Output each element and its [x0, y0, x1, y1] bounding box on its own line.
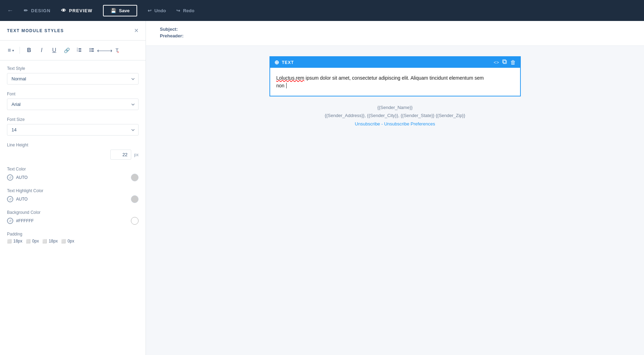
email-canvas: ⊕ TEXT <> 🗑 [146, 46, 644, 138]
padding-label: Padding [7, 232, 139, 237]
back-button[interactable]: ← [7, 7, 13, 14]
svg-point-11 [90, 51, 91, 52]
preview-label: PREVIEW [69, 8, 92, 13]
close-icon[interactable]: ✕ [134, 27, 139, 34]
svg-rect-8 [91, 51, 94, 52]
line-height-unit: px [134, 152, 139, 157]
bold-icon: B [27, 47, 31, 53]
link-button[interactable]: 🔗 [61, 45, 72, 56]
paragraph-dropdown-button[interactable]: ≡ ▾ [6, 45, 16, 56]
text-highlight-label: Text Highlight Color [7, 188, 139, 193]
redo-label: Redo [183, 8, 194, 13]
text-style-select[interactable]: Normal Heading 1 Heading 2 Heading 3 [7, 73, 139, 85]
svg-rect-7 [91, 50, 94, 50]
background-color-reset[interactable]: ↺ [7, 218, 13, 224]
padding-bottom-value: 18px [49, 239, 58, 244]
save-button[interactable]: 💾 Save [103, 5, 137, 16]
module-label: TEXT [282, 60, 294, 65]
text-color-value: AUTO [16, 175, 128, 180]
design-icon: ✏ [24, 8, 28, 13]
preheader-row: Preheader: [160, 33, 630, 38]
svg-point-9 [90, 48, 91, 49]
clear-format-button[interactable]: T✕ [111, 45, 123, 56]
paragraph-icon: ≡ [8, 47, 11, 53]
right-content: Subject: Preheader: ⊕ TEXT <> [146, 21, 644, 355]
subject-label: Subject: [160, 27, 178, 32]
undo-button[interactable]: ↩ Undo [148, 8, 166, 13]
unsubscribe-separator: - [380, 121, 384, 126]
svg-rect-1 [79, 50, 81, 50]
padding-row: ⬜ 18px ⬜ 0px ⬜ 18px ⬜ 0px [7, 239, 139, 244]
bold-button[interactable]: B [23, 45, 35, 56]
text-style-label: Text Style [7, 66, 139, 71]
text-color-reset[interactable]: ↺ [7, 174, 13, 181]
design-nav-item[interactable]: ✏ DESIGN [24, 8, 51, 13]
font-select[interactable]: Arial Georgia Times New Roman Verdana [7, 99, 139, 110]
delete-module-icon[interactable]: 🗑 [510, 59, 516, 66]
padding-bottom-icon: ⬜ [42, 239, 47, 244]
font-size-select[interactable]: 10 12 14 16 18 24 [7, 124, 139, 136]
underline-button[interactable]: U [49, 45, 60, 56]
sender-name: {{Sender_Name}} [325, 103, 465, 111]
email-footer: {{Sender_Name}} {{Sender_Address}}, {{Se… [325, 103, 465, 128]
padding-top-value: 18px [13, 239, 22, 244]
padding-bottom-item: ⬜ 18px [42, 239, 58, 244]
move-icon[interactable]: ⊕ [274, 59, 279, 66]
line-height-group: Line Height px [7, 143, 139, 160]
text-highlight-reset[interactable]: ↺ [7, 196, 13, 202]
svg-point-10 [90, 49, 91, 50]
unordered-list-icon [89, 48, 94, 53]
text-color-group: Text Color ↺ AUTO [7, 167, 139, 181]
code-icon[interactable]: <> [494, 60, 499, 65]
svg-rect-6 [91, 48, 94, 49]
preheader-label: Preheader: [160, 33, 184, 38]
unordered-list-button[interactable] [86, 45, 97, 56]
undo-icon: ↩ [148, 8, 151, 13]
left-panel: TEXT MODULE STYLES ✕ ≡ ▾ B I U 🔗 [0, 21, 146, 355]
unsubscribe-links: Unsubscribe - Unsubscribe Preferences [325, 120, 465, 128]
text-style-group: Text Style Normal Heading 1 Heading 2 He… [7, 66, 139, 85]
formatting-toolbar: ≡ ▾ B I U 🔗 [0, 41, 146, 60]
module-text-line1: Loluctus.rem ipsum dolor sit amet, conse… [276, 75, 484, 81]
top-nav: ← ✏ DESIGN 👁 PREVIEW 💾 Save ↩ Undo ↪ Red… [0, 0, 644, 21]
unsubscribe-prefs-link[interactable]: Unsubscribe Preferences [384, 121, 435, 126]
main-layout: TEXT MODULE STYLES ✕ ≡ ▾ B I U 🔗 [0, 21, 644, 355]
svg-text:3: 3 [77, 50, 78, 52]
module-content[interactable]: Loluctus.rem ipsum dolor sit amet, conse… [270, 68, 520, 96]
subject-row: Subject: [160, 27, 630, 32]
panel-title: TEXT MODULE STYLES [7, 28, 64, 33]
padding-right-item: ⬜ 0px [26, 239, 39, 244]
back-icon: ← [7, 7, 13, 14]
indent-button[interactable]: ⟵⟶ [99, 45, 110, 56]
background-color-group: Background Color ↺ #FFFFFF [7, 210, 139, 225]
svg-rect-0 [79, 48, 81, 49]
text-highlight-value: AUTO [16, 197, 128, 202]
module-header-actions: <> 🗑 [494, 59, 516, 66]
background-color-swatch[interactable] [131, 217, 139, 225]
text-highlight-swatch[interactable] [131, 195, 139, 203]
padding-top-item: ⬜ 18px [7, 239, 22, 244]
padding-right-icon: ⬜ [26, 239, 31, 244]
toolbar-divider-1 [20, 47, 20, 54]
sender-address: {{Sender_Address}}, {{Sender_City}}, {{S… [325, 111, 465, 119]
indent-icon: ⟵⟶ [97, 47, 112, 54]
preview-nav-item[interactable]: 👁 PREVIEW [61, 8, 92, 13]
text-highlight-control: ↺ AUTO [7, 195, 139, 203]
text-color-swatch[interactable] [131, 174, 139, 181]
ordered-list-icon: 1 2 3 [77, 48, 82, 53]
italic-button[interactable]: I [36, 45, 47, 56]
line-height-row: px [7, 150, 139, 160]
preview-icon: 👁 [61, 8, 66, 13]
padding-right-value: 0px [32, 239, 39, 244]
background-color-value: #FFFFFF [16, 218, 128, 223]
ordered-list-button[interactable]: 1 2 3 [74, 45, 85, 56]
text-highlight-group: Text Highlight Color ↺ AUTO [7, 188, 139, 203]
redo-button[interactable]: ↪ Redo [176, 8, 194, 13]
unsubscribe-link[interactable]: Unsubscribe [355, 121, 380, 126]
paragraph-chevron: ▾ [12, 49, 14, 52]
text-color-label: Text Color [7, 167, 139, 172]
font-size-label: Font Size [7, 117, 139, 122]
copy-module-icon[interactable] [502, 59, 508, 66]
line-height-input[interactable] [110, 150, 131, 160]
text-module: ⊕ TEXT <> 🗑 [269, 56, 521, 96]
